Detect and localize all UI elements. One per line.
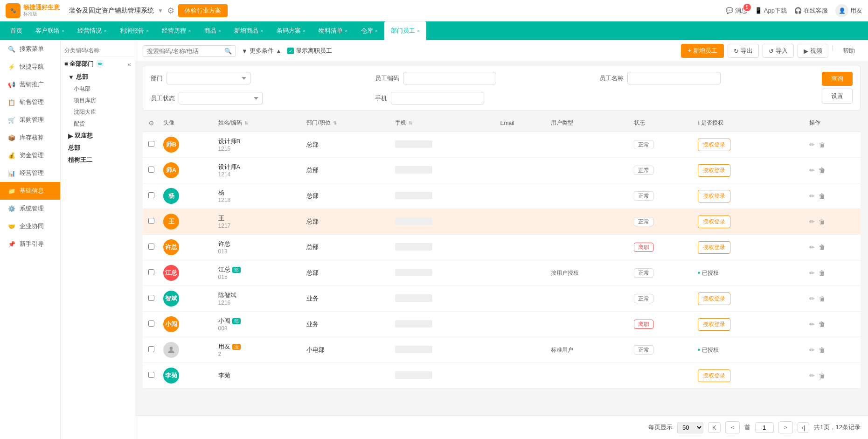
delete-btn-2[interactable]: 🗑: [819, 192, 825, 200]
dept-group-zhishu[interactable]: 植树王二: [64, 154, 135, 166]
add-employee-btn[interactable]: + 新增员工: [681, 44, 723, 58]
edit-btn-3[interactable]: ✏: [809, 218, 815, 225]
nav-tab-首页[interactable]: 首页: [4, 21, 29, 40]
export-btn[interactable]: ↻ 导出: [728, 44, 759, 58]
status-filter-select[interactable]: [179, 92, 263, 105]
nav-tab-条码方案[interactable]: 条码方案 ×: [270, 21, 312, 40]
delete-btn-1[interactable]: 🗑: [819, 167, 825, 174]
dept-node-xiangmukufang[interactable]: 项目库房: [64, 95, 135, 106]
edit-btn-9[interactable]: ✏: [809, 372, 815, 379]
next-page-btn[interactable]: ＞: [778, 421, 793, 433]
per-page-select[interactable]: 50 100: [677, 422, 703, 433]
nav-tab-部门员工[interactable]: 部门员工 ×: [384, 21, 426, 40]
row-checkbox-3[interactable]: [148, 218, 154, 224]
nav-tab-商品[interactable]: 商品 ×: [198, 21, 228, 40]
edit-btn-5[interactable]: ✏: [809, 269, 815, 277]
col-phone[interactable]: 手机 ⇅: [391, 114, 497, 132]
row-checkbox-8[interactable]: [148, 346, 154, 352]
nav-tab-经营历程[interactable]: 经营历程 ×: [155, 21, 197, 40]
sidebar-item-system[interactable]: ⚙️系统管理: [0, 200, 60, 217]
messages-btn[interactable]: 💬 5 消息: [726, 7, 747, 15]
user-menu[interactable]: 👤 用友: [835, 4, 862, 17]
edit-btn-7[interactable]: ✏: [809, 321, 815, 328]
dept-node-peihuo[interactable]: 配货: [64, 118, 135, 130]
sidebar-item-purchase[interactable]: 🛒采购管理: [0, 111, 60, 129]
emp-name-input[interactable]: [627, 72, 721, 84]
sidebar-item-collab[interactable]: 🤝企业协同: [0, 217, 60, 235]
nav-tab-仓库[interactable]: 仓库 ×: [354, 21, 384, 40]
col-dept[interactable]: 部门/职位 ⇅: [303, 114, 391, 132]
auth-btn-7[interactable]: 授权登录: [698, 318, 730, 331]
more-conditions-btn[interactable]: ▼ 更多条件 ▲: [242, 47, 282, 55]
dept-group-zongbu2[interactable]: 总部: [64, 142, 135, 154]
first-page-btn[interactable]: K: [708, 422, 721, 433]
auth-btn-9[interactable]: 授权登录: [698, 369, 730, 382]
auth-btn-0[interactable]: 授权登录: [698, 139, 730, 151]
auth-btn-6[interactable]: 授权登录: [698, 293, 730, 305]
nav-tab-物料清单[interactable]: 物料清单 ×: [312, 21, 354, 40]
sidebar-item-operation[interactable]: 📊经营管理: [0, 164, 60, 182]
nav-tab-经营情况[interactable]: 经营情况 ×: [71, 21, 113, 40]
setting-btn[interactable]: 设置: [822, 89, 853, 104]
collapse-dept-btn[interactable]: «: [128, 61, 131, 68]
delete-btn-6[interactable]: 🗑: [819, 295, 825, 302]
experience-btn[interactable]: 体验行业方案: [178, 4, 228, 17]
last-page-btn[interactable]: ›|: [798, 422, 810, 433]
col-name[interactable]: 姓名/编码 ⇅: [215, 114, 303, 132]
dept-group-shuangmiao[interactable]: ▶ 双庙想: [64, 130, 135, 142]
row-checkbox-1[interactable]: [148, 167, 154, 173]
show-inactive-checkbox[interactable]: ✓: [287, 48, 294, 54]
sidebar-item-inventory[interactable]: 📦库存核算: [0, 129, 60, 146]
col-gear[interactable]: ⚙: [143, 114, 160, 132]
auth-btn-2[interactable]: 授权登录: [698, 190, 730, 202]
dept-search-input[interactable]: [64, 47, 134, 54]
online-service-btn[interactable]: 🎧 在线客服: [794, 7, 828, 15]
delete-btn-9[interactable]: 🗑: [819, 372, 825, 379]
page-number-input[interactable]: [755, 422, 774, 433]
sidebar-item-sales[interactable]: 📋销售管理: [0, 93, 60, 111]
dept-node-xiaodibu[interactable]: 小电部: [64, 83, 135, 95]
row-checkbox-9[interactable]: [148, 372, 154, 378]
search-icon[interactable]: 🔍: [224, 48, 232, 55]
auth-btn-1[interactable]: 授权登录: [698, 164, 730, 177]
view-btn[interactable]: ▶ 视频: [798, 44, 828, 58]
edit-btn-2[interactable]: ✏: [809, 192, 815, 200]
delete-btn-3[interactable]: 🗑: [819, 218, 825, 225]
app-download-btn[interactable]: 📱 App下载: [755, 7, 787, 15]
delete-btn-7[interactable]: 🗑: [819, 321, 825, 328]
show-inactive-toggle[interactable]: ✓ 显示离职员工: [287, 47, 332, 55]
row-checkbox-5[interactable]: [148, 269, 154, 275]
prev-page-btn[interactable]: ＜: [725, 421, 740, 433]
delete-btn-0[interactable]: 🗑: [819, 141, 825, 148]
help-btn[interactable]: 帮助: [837, 44, 861, 58]
delete-btn-5[interactable]: 🗑: [819, 269, 825, 277]
delete-btn-4[interactable]: 🗑: [819, 244, 825, 251]
query-btn[interactable]: 查询: [822, 72, 853, 86]
phone-input[interactable]: [391, 92, 484, 105]
import-btn[interactable]: ↺ 导入: [763, 44, 794, 58]
search-input[interactable]: [147, 48, 222, 55]
edit-btn-4[interactable]: ✏: [809, 244, 815, 251]
sidebar-item-marketing[interactable]: 📢营销推广: [0, 76, 60, 93]
row-checkbox-0[interactable]: [148, 141, 154, 147]
sidebar-item-basic[interactable]: 📁基础信息: [0, 182, 60, 200]
settings-icon[interactable]: ⚙: [167, 6, 174, 16]
delete-btn-8[interactable]: 🗑: [819, 346, 825, 354]
nav-tab-客户联络[interactable]: 客户联络 ×: [29, 21, 71, 40]
auth-btn-4[interactable]: 授权登录: [698, 241, 730, 254]
edit-btn-8[interactable]: ✏: [809, 346, 815, 354]
dept-node-shenyangdaku[interactable]: 沈阳大库: [64, 106, 135, 118]
sidebar-item-finance[interactable]: 💰资金管理: [0, 146, 60, 164]
sidebar-item-shortcut[interactable]: ⚡快捷导航: [0, 58, 60, 76]
nav-tab-新增商品[interactable]: 新增商品 ×: [228, 21, 270, 40]
dept-filter-select[interactable]: [167, 72, 250, 84]
row-checkbox-4[interactable]: [148, 244, 154, 250]
dept-group-zongbu[interactable]: ▼ 总部: [64, 71, 135, 83]
row-checkbox-6[interactable]: [148, 295, 154, 301]
row-checkbox-2[interactable]: [148, 192, 154, 198]
edit-btn-1[interactable]: ✏: [809, 167, 815, 174]
auth-btn-3[interactable]: 授权登录: [698, 216, 730, 228]
row-checkbox-7[interactable]: [148, 321, 154, 327]
edit-dept-icon[interactable]: ✏: [96, 60, 104, 68]
emp-code-input[interactable]: [403, 72, 496, 84]
